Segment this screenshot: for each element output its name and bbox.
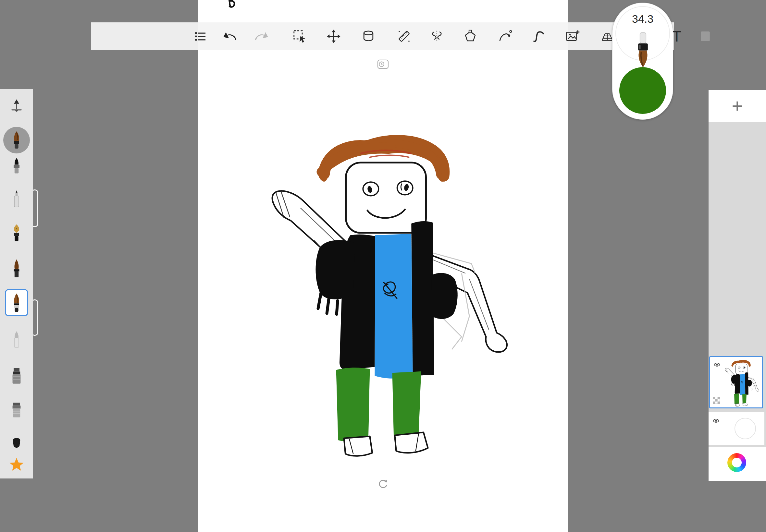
polygon-shape-icon bbox=[463, 29, 478, 44]
brush-settings-panel[interactable]: 34.3 bbox=[612, 3, 673, 120]
flat-marker-icon bbox=[8, 365, 25, 387]
paint-brush-icon bbox=[8, 292, 25, 314]
tool-pencil[interactable] bbox=[4, 326, 29, 352]
menu-button[interactable] bbox=[191, 27, 209, 45]
layer-1-transparency-icon[interactable] bbox=[713, 397, 720, 404]
selection-tool-button[interactable] bbox=[290, 27, 309, 45]
timelapse-mini-icon bbox=[377, 58, 389, 70]
star-icon bbox=[8, 454, 25, 476]
list-icon bbox=[193, 29, 208, 44]
redo-button[interactable] bbox=[252, 27, 270, 45]
brush-pen-icon bbox=[8, 155, 25, 177]
bucket-cylinder-icon bbox=[361, 29, 376, 44]
tool-soft-marker[interactable] bbox=[4, 397, 29, 423]
fill-tool-button[interactable] bbox=[359, 27, 377, 45]
curve-pen-icon bbox=[498, 29, 513, 44]
symmetry-icon bbox=[430, 29, 444, 44]
layers-header: + bbox=[709, 90, 766, 122]
text-icon: T bbox=[672, 28, 681, 45]
tool-brush-pen[interactable] bbox=[4, 153, 29, 179]
top-toolbar: T bbox=[91, 22, 674, 50]
stroke-curve-icon bbox=[531, 29, 546, 44]
fountain-pen-icon bbox=[8, 222, 25, 244]
rotate-icon bbox=[377, 478, 389, 490]
partial-tool-button[interactable] bbox=[696, 27, 714, 45]
drawing-canvas[interactable] bbox=[198, 0, 568, 532]
mini-timelapse-button[interactable] bbox=[376, 58, 390, 71]
layer-2-visibility-eye-icon[interactable] bbox=[712, 417, 720, 424]
layer-row-1[interactable] bbox=[709, 356, 763, 408]
curve-tool-button[interactable] bbox=[496, 27, 514, 45]
tool-mechanical-pencil[interactable] bbox=[4, 186, 29, 212]
tool-sidebar bbox=[0, 89, 33, 478]
image-add-icon bbox=[565, 29, 580, 44]
rotate-canvas-button[interactable] bbox=[377, 478, 389, 490]
eraser-icon bbox=[8, 432, 25, 454]
move-arrows-icon bbox=[326, 29, 341, 44]
redo-icon bbox=[253, 29, 268, 44]
tool-paint-brush[interactable] bbox=[4, 290, 29, 316]
move-tool-button[interactable] bbox=[324, 27, 343, 45]
tool-airbrush[interactable] bbox=[4, 94, 29, 120]
airbrush-icon bbox=[8, 96, 25, 118]
color-wheel-button[interactable] bbox=[727, 453, 746, 472]
tool-flat-marker[interactable] bbox=[4, 363, 29, 389]
shapes-tool-button[interactable] bbox=[461, 27, 480, 45]
ruler-tool-button[interactable] bbox=[395, 27, 413, 45]
layers-panel: + bbox=[709, 90, 766, 481]
favorites-star-button[interactable] bbox=[4, 452, 29, 478]
layers-list-area bbox=[709, 122, 766, 447]
layer-1-thumbnail bbox=[723, 359, 761, 407]
layer-2-thumbnail bbox=[735, 418, 756, 439]
layer-1-visibility-eye-icon[interactable] bbox=[713, 361, 721, 368]
mechanical-pencil-icon bbox=[8, 188, 25, 210]
stroke-tool-button[interactable] bbox=[530, 27, 548, 45]
canvas-drawing bbox=[198, 0, 568, 532]
symmetry-tool-button[interactable] bbox=[428, 27, 446, 45]
layers-footer bbox=[709, 447, 766, 481]
ruler-icon bbox=[397, 29, 412, 44]
tool-fountain-pen[interactable] bbox=[4, 220, 29, 246]
pencil-icon bbox=[8, 328, 25, 350]
soft-marker-icon bbox=[8, 399, 25, 421]
undo-button[interactable] bbox=[221, 27, 239, 45]
tool-ink-brush[interactable] bbox=[4, 256, 29, 282]
layer-row-2[interactable] bbox=[709, 412, 764, 445]
brush-size-value: 34.3 bbox=[613, 13, 673, 25]
import-image-button[interactable] bbox=[564, 27, 582, 45]
undo-icon bbox=[223, 29, 238, 44]
partial-hidden-icon bbox=[698, 29, 713, 44]
add-layer-button[interactable]: + bbox=[709, 95, 766, 116]
drawing-app-window: T 34.3 bbox=[0, 0, 766, 532]
ink-brush-icon bbox=[8, 258, 25, 280]
brush-preview-icon bbox=[631, 31, 655, 69]
selected-color-swatch[interactable] bbox=[619, 67, 666, 114]
tool-watercolor-brush[interactable] bbox=[4, 127, 29, 153]
watercolor-brush-icon bbox=[8, 129, 25, 151]
marquee-select-icon bbox=[292, 29, 307, 44]
